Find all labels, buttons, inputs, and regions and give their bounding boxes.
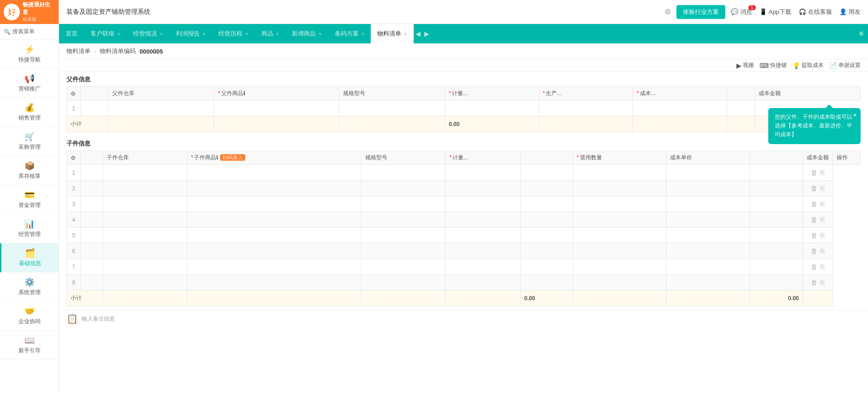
child-row-qty[interactable]: [520, 259, 573, 275]
sidebar-item-finance[interactable]: 💳 资金管理: [0, 185, 59, 214]
tab-operation-status[interactable]: 经营情况 ×: [127, 24, 169, 43]
tab-profit-close[interactable]: ×: [203, 31, 205, 36]
nav-prev-arrow[interactable]: ◀: [414, 30, 422, 37]
child-row-qty[interactable]: [520, 243, 573, 259]
tab-goods-close[interactable]: ×: [276, 31, 279, 36]
delete-row-button[interactable]: 🗑: [811, 231, 818, 239]
parent-row-1-cost[interactable]: [539, 101, 633, 116]
tab-home[interactable]: 首页: [59, 24, 84, 43]
child-row-unit[interactable]: [361, 275, 446, 290]
child-row-spec[interactable]: [187, 228, 361, 243]
single-settings-button[interactable]: 📄 单据设置: [829, 61, 861, 69]
scan-button[interactable]: 扫码录入: [220, 154, 245, 161]
delete-row-button[interactable]: 🗑: [811, 263, 818, 271]
child-row-spec[interactable]: [187, 259, 361, 275]
child-row-unit[interactable]: [361, 196, 446, 212]
child-row-spec[interactable]: [187, 165, 361, 181]
sidebar-item-sales[interactable]: 💰 销售管理: [0, 98, 59, 127]
child-row-spec[interactable]: [187, 181, 361, 196]
sidebar-item-system[interactable]: ⚙️ 系统管理: [0, 272, 59, 302]
nav-next-arrow[interactable]: ▶: [422, 30, 431, 37]
child-row-warehouse[interactable]: [81, 243, 103, 259]
tooltip-close-button[interactable]: ×: [853, 110, 857, 120]
child-row-unit-cost[interactable]: [573, 259, 666, 275]
copy-row-button[interactable]: ⎘: [820, 184, 825, 192]
tab-customer[interactable]: 客户联络 ×: [84, 24, 127, 43]
child-row-qty[interactable]: [520, 181, 573, 196]
sidebar-item-guide[interactable]: 📖 新手引导: [0, 331, 59, 360]
child-row-goods[interactable]: [102, 181, 187, 196]
close-all-tabs[interactable]: ≡: [855, 30, 868, 38]
shortcut-button[interactable]: ⌨ 快捷键: [760, 61, 787, 69]
child-row-qty[interactable]: [520, 196, 573, 212]
tab-profit[interactable]: 利润报告 ×: [169, 24, 212, 43]
tab-history-close[interactable]: ×: [245, 31, 248, 36]
delete-row-button[interactable]: 🗑: [811, 184, 818, 192]
child-row-warehouse[interactable]: [81, 165, 103, 181]
tab-new-goods-close[interactable]: ×: [319, 31, 321, 36]
parent-row-1-warehouse[interactable]: [81, 101, 108, 116]
tab-goods[interactable]: 商品 ×: [255, 24, 285, 43]
copy-row-button[interactable]: ⎘: [820, 216, 825, 224]
view-video-button[interactable]: ▶ 视频: [736, 61, 754, 69]
sidebar-item-operation[interactable]: 📊 经营管理: [0, 214, 59, 243]
child-row-goods[interactable]: [102, 228, 187, 243]
tab-bom-close[interactable]: ×: [404, 31, 407, 36]
child-row-unit-cost[interactable]: [573, 181, 666, 196]
child-row-unit-cost[interactable]: [573, 212, 666, 228]
tab-barcode[interactable]: 条码方案 ×: [328, 24, 371, 43]
delete-row-button[interactable]: 🗑: [811, 200, 818, 208]
sidebar-search[interactable]: 🔍 搜索菜单: [0, 24, 59, 40]
child-row-warehouse[interactable]: [81, 196, 103, 212]
parent-row-1-unit[interactable]: [339, 101, 445, 116]
note-icon[interactable]: 📋: [66, 313, 78, 324]
parent-row-1-production[interactable]: [445, 101, 539, 116]
child-row-unit[interactable]: [361, 228, 446, 243]
copy-row-button[interactable]: ⎘: [820, 263, 825, 271]
copy-row-button[interactable]: ⎘: [820, 278, 825, 286]
child-row-unit-cost[interactable]: [573, 275, 666, 290]
child-row-qty[interactable]: [520, 228, 573, 243]
app-download-button[interactable]: 📱 App下载: [760, 8, 791, 16]
child-row-qty[interactable]: [520, 212, 573, 228]
gear-icon[interactable]: ⚙: [664, 7, 671, 16]
sidebar-item-inventory[interactable]: 📦 库存核算: [0, 156, 59, 185]
child-row-goods[interactable]: [102, 165, 187, 181]
tab-barcode-close[interactable]: ×: [362, 31, 364, 36]
tab-history[interactable]: 经营历程 ×: [212, 24, 254, 43]
sidebar-item-purchase[interactable]: 🛒 采购管理: [0, 127, 59, 156]
child-row-unit[interactable]: [361, 181, 446, 196]
child-row-spec[interactable]: [187, 243, 361, 259]
child-row-spec[interactable]: [187, 212, 361, 228]
child-row-qty[interactable]: [520, 165, 573, 181]
child-row-unit[interactable]: [361, 243, 446, 259]
copy-row-button[interactable]: ⎘: [820, 247, 825, 255]
child-row-unit-cost[interactable]: [573, 165, 666, 181]
sidebar-item-basic-info[interactable]: 🗂️ 基础信息: [0, 243, 59, 272]
child-row-goods[interactable]: [102, 259, 187, 275]
child-row-goods[interactable]: [102, 275, 187, 290]
message-button[interactable]: 💬 消息 5: [731, 8, 752, 16]
child-row-qty[interactable]: [520, 275, 573, 290]
child-row-warehouse[interactable]: [81, 181, 103, 196]
delete-row-button[interactable]: 🗑: [811, 169, 818, 176]
child-row-spec[interactable]: [187, 275, 361, 290]
tab-operation-status-close[interactable]: ×: [160, 31, 163, 36]
copy-row-button[interactable]: ⎘: [820, 231, 825, 239]
sidebar-item-enterprise[interactable]: 🤝 企业协同: [0, 302, 59, 331]
child-row-goods[interactable]: [102, 212, 187, 228]
parent-row-1-goods[interactable]: [108, 101, 214, 116]
tab-new-goods[interactable]: 新增商品 ×: [285, 24, 328, 43]
child-row-warehouse[interactable]: [81, 212, 103, 228]
parent-row-1-spec[interactable]: [214, 101, 339, 116]
child-row-unit[interactable]: [361, 165, 446, 181]
extract-cost-button[interactable]: 💡 提取成本: [792, 61, 824, 69]
child-row-unit[interactable]: [361, 259, 446, 275]
trial-button[interactable]: 体验行业方案: [676, 5, 725, 19]
child-row-unit[interactable]: [361, 212, 446, 228]
tab-customer-close[interactable]: ×: [117, 31, 120, 36]
delete-row-button[interactable]: 🗑: [811, 216, 818, 224]
copy-row-button[interactable]: ⎘: [820, 169, 825, 176]
child-row-unit-cost[interactable]: [573, 243, 666, 259]
child-row-warehouse[interactable]: [81, 228, 103, 243]
